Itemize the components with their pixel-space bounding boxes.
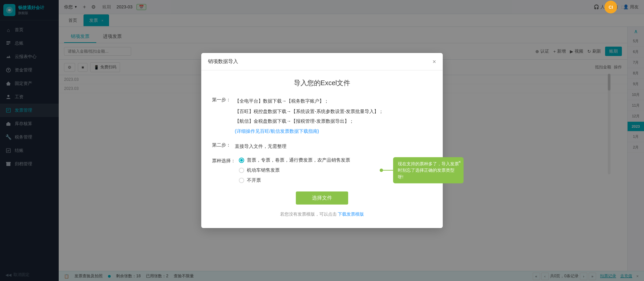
ticket-label: 票种选择：: [212, 157, 239, 164]
modal-body: 导入您的Excel文件 第一步： 【全电平台】数据下载→【税务数字账户】； 【百…: [201, 70, 443, 228]
guide-link[interactable]: (详细操作见百旺/航信发票数据下载指南): [235, 128, 319, 134]
ticket-normal-label: 普票，专票，卷票，通行费发票，农产品销售发票: [247, 157, 350, 163]
close-button[interactable]: ×: [630, 0, 644, 14]
modal-overlay: 销项数据导入 × 导入您的Excel文件 第一步： 【全电平台】数据下载→【税务…: [0, 0, 644, 281]
ticket-option-motor[interactable]: 机动车销售发票 × 现在支持的票种多了，导入发票时别忘了选择正确的发票类型呀!: [239, 167, 432, 173]
modal-header: 销项数据导入 ×: [201, 53, 443, 70]
tooltip-text: 现在支持的票种多了，导入发票时别忘了选择正确的发票类型呀!: [398, 161, 459, 179]
download-template-link[interactable]: 下载发票模版: [338, 212, 364, 217]
import-modal: 销项数据导入 × 导入您的Excel文件 第一步： 【全电平台】数据下载→【税务…: [201, 53, 443, 228]
radio-normal: [239, 158, 244, 163]
ticket-select-section: 票种选择： 普票，专票，卷票，通行费发票，农产品销售发票 机动车销售发票: [212, 157, 432, 183]
modal-actions: 选择文件: [212, 191, 432, 205]
select-file-button[interactable]: 选择文件: [296, 191, 348, 205]
tooltip-bubble: × 现在支持的票种多了，导入发票时别忘了选择正确的发票类型呀!: [393, 157, 464, 184]
step1-line3: 【航信】金税盘数据下载→【报税管理-发票数据导出】；: [212, 117, 432, 125]
window-controls: □ ×: [616, 0, 644, 14]
import-title: 导入您的Excel文件: [212, 78, 432, 88]
tooltip-close-btn[interactable]: ×: [458, 159, 461, 165]
step-2: 第二步： 直接导入文件，无需整理: [212, 142, 432, 151]
step1-line2: 【百旺】税控盘数据下载→【系统设置-系统参数设置-发票批量导入】；: [212, 107, 432, 116]
step1-label: 第一步：: [212, 97, 231, 105]
radio-motor: [239, 168, 244, 173]
avatar-circle: CI: [604, 1, 617, 13]
footer-text: 若您没有发票模版，可以点击: [280, 212, 337, 217]
ticket-options: 普票，专票，卷票，通行费发票，农产品销售发票 机动车销售发票: [239, 157, 432, 183]
tooltip-line: [383, 170, 393, 171]
radio-dot-normal: [240, 159, 243, 162]
maximize-button[interactable]: □: [616, 0, 630, 14]
step-1: 第一步： 【全电平台】数据下载→【税务数字账户】； 【百旺】税控盘数据下载→【系…: [212, 97, 432, 135]
step1-line1: 【全电平台】数据下载→【税务数字账户】；: [235, 97, 329, 105]
tooltip-container: × 现在支持的票种多了，导入发票时别忘了选择正确的发票类型呀!: [380, 157, 464, 184]
avatar: CI: [604, 1, 617, 13]
radio-none: [239, 178, 244, 183]
modal-footer: 若您没有发票模版，可以点击 下载发票模版: [212, 211, 432, 217]
tooltip-dot: [380, 169, 383, 172]
step2-content: 直接导入文件，无需整理: [235, 142, 286, 151]
step1-link-row: (详细操作见百旺/航信发票数据下载指南): [212, 127, 432, 135]
modal-close-button[interactable]: ×: [432, 59, 436, 65]
ticket-motor-label: 机动车销售发票: [247, 167, 280, 173]
step2-label: 第二步：: [212, 142, 231, 151]
modal-title: 销项数据导入: [208, 58, 238, 65]
ticket-none-label: 不开票: [247, 177, 261, 183]
